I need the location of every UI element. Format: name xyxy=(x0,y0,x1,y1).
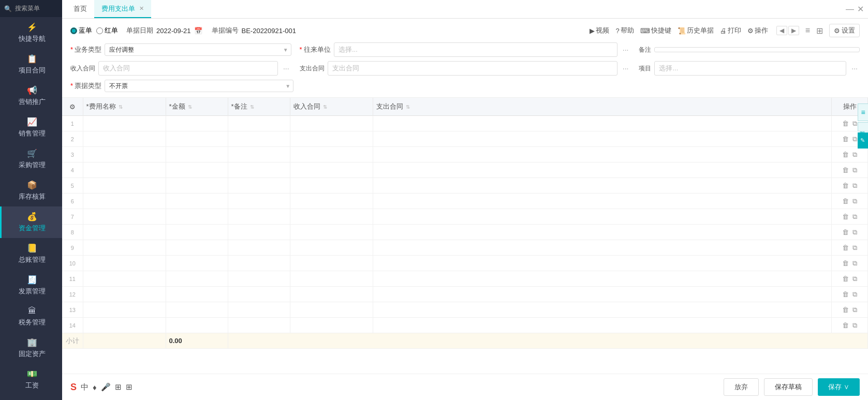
cell-income-contract-14[interactable] xyxy=(290,318,373,333)
copy-row-12[interactable]: ⧉ xyxy=(851,289,858,300)
sidebar-item-fixed-assets[interactable]: 🏢 固定资产 xyxy=(0,332,62,364)
cell-amount-9[interactable] xyxy=(166,240,228,256)
project-dots[interactable]: ··· xyxy=(849,64,860,72)
copy-row-5[interactable]: ⧉ xyxy=(851,181,858,191)
sidebar-item-quick-nav[interactable]: ⚡ 快捷导航 xyxy=(0,17,62,49)
copy-row-7[interactable]: ⧉ xyxy=(851,212,858,222)
copy-row-6[interactable]: ⧉ xyxy=(851,196,858,206)
cell-expense-contract-1[interactable] xyxy=(373,116,832,131)
nav-next[interactable]: ▶ xyxy=(788,26,799,35)
cell-expense-name-14[interactable] xyxy=(83,318,166,333)
cell-note-11[interactable] xyxy=(228,271,290,287)
cell-note-2[interactable] xyxy=(228,131,290,147)
cell-expense-contract-7[interactable] xyxy=(373,209,832,225)
cell-expense-contract-9[interactable] xyxy=(373,240,832,256)
sort-amount[interactable]: ⇅ xyxy=(188,104,192,110)
biz-type-select[interactable]: 应付调整 xyxy=(105,43,291,56)
discard-button[interactable]: 放弃 xyxy=(724,378,759,396)
cell-amount-13[interactable] xyxy=(166,302,228,318)
copy-row-11[interactable]: ⧉ xyxy=(851,274,858,284)
radio-red-input[interactable] xyxy=(96,27,103,34)
cell-income-contract-6[interactable] xyxy=(290,194,373,209)
delete-row-14[interactable]: 🗑 xyxy=(841,320,850,330)
delete-row-2[interactable]: 🗑 xyxy=(841,134,850,144)
right-float-btn-3[interactable]: ✎ xyxy=(858,132,868,149)
delete-row-4[interactable]: 🗑 xyxy=(841,165,850,175)
cell-amount-5[interactable] xyxy=(166,178,228,194)
shortcut-button[interactable]: ⌨ 快捷键 xyxy=(640,26,671,35)
sidebar-item-capital[interactable]: 💰 资金管理 xyxy=(0,206,62,238)
th-amount[interactable]: *金额 ⇅ xyxy=(166,98,228,116)
cell-note-13[interactable] xyxy=(228,302,290,318)
cell-amount-10[interactable] xyxy=(166,256,228,271)
sort-expense-name[interactable]: ⇅ xyxy=(119,104,123,110)
radio-blue-label[interactable]: 蓝单 xyxy=(70,26,92,35)
cell-expense-name-13[interactable] xyxy=(83,302,166,318)
tab-home[interactable]: 首页 xyxy=(66,0,94,18)
cell-note-6[interactable] xyxy=(228,194,290,209)
sidebar-item-salary[interactable]: 💵 工资 xyxy=(0,364,62,395)
cell-amount-14[interactable] xyxy=(166,318,228,333)
cell-expense-name-6[interactable] xyxy=(83,194,166,209)
cell-expense-name-11[interactable] xyxy=(83,271,166,287)
delete-row-9[interactable]: 🗑 xyxy=(841,243,850,253)
close-button[interactable]: ✕ xyxy=(857,4,864,14)
delete-row-11[interactable]: 🗑 xyxy=(841,274,850,284)
cell-expense-contract-10[interactable] xyxy=(373,256,832,271)
cell-note-7[interactable] xyxy=(228,209,290,225)
tab-expense[interactable]: 费用支出单 ✕ xyxy=(94,0,151,18)
cell-income-contract-4[interactable] xyxy=(290,162,373,178)
cell-income-contract-13[interactable] xyxy=(290,302,373,318)
nav-prev[interactable]: ◀ xyxy=(776,26,787,35)
right-float-btn-2[interactable]: 附件 xyxy=(858,122,868,131)
cell-note-1[interactable] xyxy=(228,116,290,131)
cell-amount-11[interactable] xyxy=(166,271,228,287)
radio-blue-input[interactable] xyxy=(70,27,77,34)
cell-note-14[interactable] xyxy=(228,318,290,333)
sidebar-item-accounting[interactable]: 📒 总账管理 xyxy=(0,238,62,270)
cell-note-9[interactable] xyxy=(228,240,290,256)
cell-expense-contract-2[interactable] xyxy=(373,131,832,147)
invoice-type-select[interactable]: 不开票 xyxy=(105,80,293,92)
cell-amount-3[interactable] xyxy=(166,147,228,162)
cell-expense-name-4[interactable] xyxy=(83,162,166,178)
video-button[interactable]: ▶ 视频 xyxy=(590,26,609,35)
cell-expense-name-3[interactable] xyxy=(83,147,166,162)
cell-income-contract-2[interactable] xyxy=(290,131,373,147)
th-expense-name[interactable]: *费用名称 ⇅ xyxy=(83,98,166,116)
sidebar-item-marketing[interactable]: 📢 营销推广 xyxy=(0,80,62,112)
cell-amount-2[interactable] xyxy=(166,131,228,147)
sort-income-contract[interactable]: ⇅ xyxy=(323,104,327,110)
th-income-contract[interactable]: 收入合同 ⇅ xyxy=(290,98,373,116)
cell-income-contract-5[interactable] xyxy=(290,178,373,194)
copy-row-8[interactable]: ⧉ xyxy=(851,227,858,238)
partner-dots-btn[interactable]: ··· xyxy=(621,46,631,54)
chinese-char-icon[interactable]: 中 xyxy=(81,382,89,392)
income-contract-dots[interactable]: ··· xyxy=(281,64,291,72)
ops-button[interactable]: ⚙ 操作 xyxy=(747,26,768,35)
sidebar-search[interactable]: 🔍 搜索菜单 xyxy=(0,0,62,17)
sidebar-item-invoice[interactable]: 🧾 发票管理 xyxy=(0,270,62,301)
sidebar-item-project-contract[interactable]: 📋 项目合同 xyxy=(0,49,62,80)
cell-income-contract-9[interactable] xyxy=(290,240,373,256)
cell-note-8[interactable] xyxy=(228,225,290,240)
cell-expense-contract-5[interactable] xyxy=(373,178,832,194)
cell-expense-contract-3[interactable] xyxy=(373,147,832,162)
history-button[interactable]: 📜 历史单据 xyxy=(678,26,714,35)
copy-row-14[interactable]: ⧉ xyxy=(851,320,858,331)
project-input[interactable]: 选择... xyxy=(654,61,846,76)
cell-expense-name-8[interactable] xyxy=(83,225,166,240)
copy-row-3[interactable]: ⧉ xyxy=(851,150,858,160)
cell-expense-contract-4[interactable] xyxy=(373,162,832,178)
mic-icon[interactable]: 🎤 xyxy=(101,382,111,392)
help-button[interactable]: ? 帮助 xyxy=(615,26,634,35)
cell-expense-contract-8[interactable] xyxy=(373,225,832,240)
cell-amount-1[interactable] xyxy=(166,116,228,131)
expense-contract-input[interactable]: 支出合同 xyxy=(328,61,617,76)
cell-expense-name-10[interactable] xyxy=(83,256,166,271)
cell-note-4[interactable] xyxy=(228,162,290,178)
delete-row-6[interactable]: 🗑 xyxy=(841,196,850,206)
cell-income-contract-10[interactable] xyxy=(290,256,373,271)
cell-income-contract-12[interactable] xyxy=(290,287,373,302)
cell-note-12[interactable] xyxy=(228,287,290,302)
